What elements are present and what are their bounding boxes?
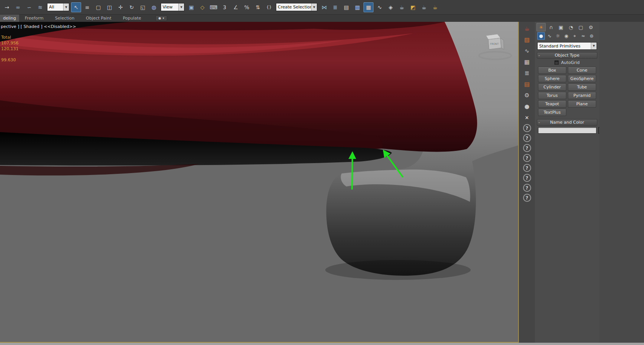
scene-explorer-icon[interactable]: ▤ <box>341 2 351 12</box>
ribbon-tab-modeling[interactable]: deling <box>0 15 19 22</box>
stats-verts-value: 120,131 <box>1 46 19 52</box>
ribbon-tab-object-paint[interactable]: Object Paint <box>80 15 117 22</box>
side-toolbar: ☕ ▨ ∿ ▦ ≣ ▤ ⚙ ● ✕ ? ? ? ? ? ? ? ? <box>519 22 535 343</box>
percent-snap-icon[interactable]: % <box>242 2 252 12</box>
pyramid-button[interactable]: Pyramid <box>568 92 596 99</box>
checker-map-icon[interactable]: ▦ <box>522 57 532 67</box>
textplus-button[interactable]: TextPlus <box>538 109 566 116</box>
chevron-down-icon: ▾ <box>163 16 164 20</box>
use-pivot-point-center-icon[interactable]: ▣ <box>186 2 196 12</box>
render-setup-icon[interactable]: ☕ <box>397 2 407 12</box>
cylinder-button[interactable]: Cylinder <box>538 83 566 91</box>
select-and-scale-icon[interactable]: ◱ <box>138 2 148 12</box>
teapot-button[interactable]: Teapot <box>538 100 566 108</box>
snap-toggle-3d-icon[interactable]: 3 <box>220 2 230 12</box>
shapes-category[interactable]: ∿ <box>546 32 553 40</box>
align-icon[interactable]: ≣ <box>330 2 340 12</box>
rollout-title: Object Type <box>543 53 596 58</box>
layer-explorer-icon[interactable]: ▥ <box>352 2 362 12</box>
layer-stack-icon[interactable]: ≣ <box>522 69 532 78</box>
tube-button[interactable]: Tube <box>568 83 596 91</box>
render-teapot-icon[interactable]: ☕ <box>522 24 532 33</box>
stats-total-label: Total <box>1 34 19 40</box>
name-color-rollout-header[interactable]: - Name and Color <box>537 119 597 126</box>
brick-wall-icon[interactable]: ▤ <box>522 80 532 89</box>
schematic-view-icon[interactable]: ◈ <box>386 2 396 12</box>
systems-category[interactable]: ⊚ <box>588 32 595 40</box>
spinner-snap-icon[interactable]: ⇅ <box>253 2 263 12</box>
sphere-icon[interactable]: ● <box>522 102 532 111</box>
question-icon[interactable]: ? <box>523 144 531 152</box>
geosphere-button[interactable]: GeoSphere <box>568 75 596 82</box>
select-and-rotate-icon[interactable]: ↻ <box>127 2 137 12</box>
render-shortcut-icon[interactable]: ☕ <box>430 2 440 12</box>
window-crossing-toggle-icon[interactable]: ◫ <box>104 2 114 12</box>
bind-to-space-warp-icon[interactable]: ≋ <box>35 2 45 12</box>
question-icon[interactable]: ? <box>523 154 531 162</box>
command-panel: ☀ ∩ ▣ ◔ ▢ ⚙ ● ∿ ☼ ◉ ⌖ ≈ ⊚ Standard Primi… <box>535 22 599 343</box>
plane-button[interactable]: Plane <box>568 100 596 108</box>
car-body-object[interactable] <box>0 22 477 152</box>
select-and-place-icon[interactable]: ◍ <box>149 2 159 12</box>
motion-tab[interactable]: ◔ <box>566 23 576 31</box>
select-and-link-icon[interactable]: ∞ <box>13 2 23 12</box>
lights-category[interactable]: ☼ <box>554 32 562 40</box>
question-icon[interactable]: ? <box>523 164 531 172</box>
viewport-active-border <box>518 22 519 343</box>
cameras-category[interactable]: ◉ <box>562 32 570 40</box>
curve-editor-icon[interactable]: ∿ <box>375 2 385 12</box>
ribbon-tab-selection[interactable]: Selection <box>49 15 80 22</box>
utilities-tab[interactable]: ⚙ <box>586 23 595 31</box>
angle-snap-icon[interactable]: ∠ <box>231 2 241 12</box>
ribbon-toggle-icon[interactable]: ▦ <box>364 2 373 12</box>
question-icon[interactable]: ? <box>523 124 531 132</box>
box-button[interactable]: Box <box>538 67 566 74</box>
main-toolbar: → ∞ ∽ ≋ All ▼ ↖ ≡ ▢ ◫ ✛ ↻ ◱ ◍ View ▼ ▣ ◇… <box>0 0 644 15</box>
viewport-label[interactable]: pective ] [ Shaded ] <<Disabled>> <box>1 24 76 29</box>
unlink-selection-icon[interactable]: ∽ <box>24 2 34 12</box>
ribbon-config-button[interactable]: ● ▾ <box>155 15 167 21</box>
torus-button[interactable]: Torus <box>538 92 566 99</box>
select-by-name-icon[interactable]: ≡ <box>82 2 92 12</box>
question-icon[interactable]: ? <box>523 174 531 182</box>
primitives-dropdown[interactable]: Standard Primitives ▼ <box>537 42 597 50</box>
keyboard-shortcut-override-icon[interactable]: ⌨ <box>209 2 218 12</box>
modify-tab[interactable]: ∩ <box>546 23 556 31</box>
autogrid-checkbox[interactable] <box>554 60 559 65</box>
perspective-viewport[interactable]: FRONT pective ] [ Shaded ] <<Disabled>> … <box>0 22 519 343</box>
panel-empty-area <box>599 22 644 343</box>
curve-graph-icon[interactable]: ∿ <box>522 46 532 56</box>
render-production-icon[interactable]: ☕ <box>419 2 429 12</box>
display-tab[interactable]: ▢ <box>576 23 585 31</box>
close-icon[interactable]: ✕ <box>522 113 532 122</box>
mirror-icon[interactable]: ⋈ <box>319 2 329 12</box>
create-tab[interactable]: ☀ <box>536 23 546 31</box>
material-box-icon[interactable]: ▨ <box>522 35 532 44</box>
rendered-frame-window-icon[interactable]: ◩ <box>408 2 418 12</box>
question-icon[interactable]: ? <box>523 194 531 202</box>
gear-icon[interactable]: ⚙ <box>522 91 532 100</box>
selection-filter-dropdown[interactable]: All ▼ <box>47 3 69 11</box>
utilities-tab-icon: ⚙ <box>589 25 593 30</box>
geometry-category[interactable]: ● <box>537 32 545 40</box>
question-icon[interactable]: ? <box>523 134 531 142</box>
named-selection-sets-dropdown[interactable]: Create Selection Se ▼ <box>276 3 317 11</box>
select-and-manipulate-icon[interactable]: ◇ <box>197 2 207 12</box>
hierarchy-tab[interactable]: ▣ <box>556 23 566 31</box>
viewport-scene[interactable]: FRONT <box>0 22 519 343</box>
select-object-icon[interactable]: ↖ <box>71 2 81 12</box>
helpers-category[interactable]: ⌖ <box>571 32 579 40</box>
rectangular-selection-region-icon[interactable]: ▢ <box>93 2 103 12</box>
reference-coordinate-dropdown[interactable]: View ▼ <box>161 3 184 11</box>
redo-arrow-icon[interactable]: → <box>2 2 12 12</box>
ribbon-tab-freeform[interactable]: Freeform <box>19 15 49 22</box>
edit-named-selection-sets-icon[interactable]: {} <box>264 2 274 12</box>
object-name-input[interactable] <box>538 127 597 134</box>
select-and-move-icon[interactable]: ✛ <box>116 2 126 12</box>
cone-button[interactable]: Cone <box>568 67 596 74</box>
spacewarps-category[interactable]: ≈ <box>579 32 587 40</box>
question-icon[interactable]: ? <box>523 184 531 192</box>
object-type-rollout-header[interactable]: - Object Type <box>537 52 597 59</box>
ribbon-tab-populate[interactable]: Populate <box>117 15 147 22</box>
sphere-button[interactable]: Sphere <box>538 75 566 82</box>
